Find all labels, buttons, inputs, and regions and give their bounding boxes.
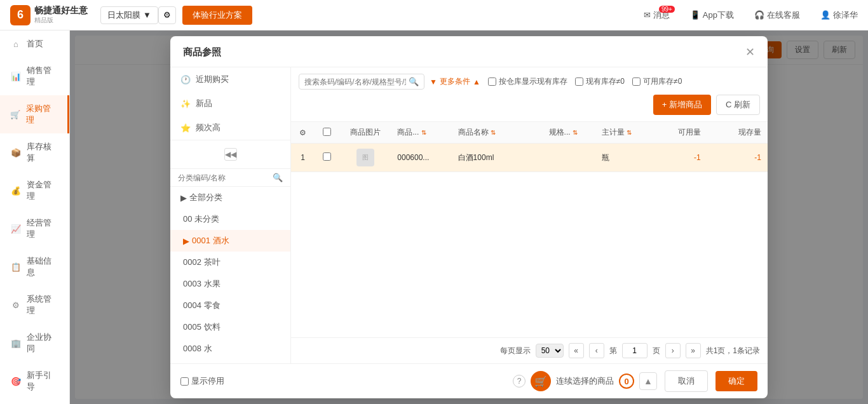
filter-label: 更多条件 <box>440 76 470 87</box>
col-code-label: 商品... <box>397 128 419 137</box>
col-header-unit[interactable]: 主计量 ⇅ <box>595 122 646 144</box>
tab-frequent[interactable]: ⭐ 频次高 <box>170 116 290 140</box>
app-download-btn[interactable]: 📱 App下载 <box>690 10 734 21</box>
expand-all-icon: ▶ <box>180 193 187 203</box>
home-icon: ⌂ <box>10 38 22 50</box>
col-header-check[interactable] <box>315 122 339 144</box>
refresh-btn[interactable]: C 刷新 <box>716 95 760 115</box>
message-badge: 99+ <box>659 6 675 13</box>
category-all[interactable]: ▶ 全部分类 <box>170 187 290 208</box>
sidebar-item-inventory[interactable]: 📦 库存核算 <box>0 133 69 172</box>
checkbox-warehouse-stock[interactable]: 按仓库显示现有库存 <box>488 76 567 87</box>
add-product-btn[interactable]: + 新增商品 <box>653 95 711 115</box>
category-item-0002[interactable]: 0002 茶叶 <box>170 252 290 273</box>
collapse-button[interactable]: ◀◀ <box>224 148 237 161</box>
col-header-stock: 现存量 <box>707 122 768 144</box>
modal-close-button[interactable]: ✕ <box>745 45 755 59</box>
next-page-btn[interactable]: › <box>665 343 681 358</box>
product-table: ⚙ 商品图片 商品... ⇅ 商品名称 ⇅ <box>291 122 768 172</box>
sidebar-item-purchase[interactable]: 🛒 采购管理 <box>0 95 69 133</box>
logo-area: 6 畅捷通好生意 精品版 <box>10 5 88 25</box>
search-icon[interactable]: 🔍 <box>409 77 419 86</box>
app-download-label: App下载 <box>703 10 734 21</box>
first-page-btn[interactable]: « <box>569 343 584 358</box>
category-0005-label: 0005 饮料 <box>183 321 220 333</box>
category-search-input[interactable] <box>178 173 270 182</box>
category-0003-label: 0003 水果 <box>183 278 220 290</box>
col-header-name[interactable]: 商品名称 ⇅ <box>452 122 543 144</box>
checkbox-current-stock-input[interactable] <box>575 77 583 86</box>
category-0008-label: 0008 水 <box>183 343 212 354</box>
sidebar-item-enterprise[interactable]: 🏢 企业协同 <box>0 324 69 362</box>
sort-unit-icon: ⇅ <box>627 129 632 136</box>
col-header-code[interactable]: 商品... ⇅ <box>391 122 451 144</box>
guide-icon: 🎯 <box>10 375 22 387</box>
settings-icon[interactable]: ⚙ <box>158 6 176 24</box>
checkbox-available-stock[interactable]: 可用库存≠0 <box>632 76 682 87</box>
message-btn[interactable]: ✉ 消息 99+ <box>644 10 670 21</box>
checkbox-warehouse-stock-input[interactable] <box>488 77 496 86</box>
modal-toolbar: 🔍 ▼ 更多条件 ▲ 按仓库显示现有库存 <box>291 67 768 122</box>
sidebar-item-system[interactable]: ⚙ 系统管理 <box>0 286 69 324</box>
sidebar: ⌂ 首页 📊 销售管理 🛒 采购管理 📦 库存核算 💰 资金管理 📈 经营管理 … <box>0 30 70 404</box>
category-item-0003[interactable]: 0003 水果 <box>170 273 290 295</box>
cart-icon[interactable]: 🛒 <box>531 371 551 391</box>
row-checkbox[interactable] <box>323 152 331 161</box>
footer-collapse-btn[interactable]: ▲ <box>639 372 657 390</box>
show-disabled-checkbox[interactable]: 显示停用 <box>180 375 224 387</box>
col-name-label: 商品名称 <box>458 128 489 137</box>
filter-checkboxes: 按仓库显示现有库存 现有库存≠0 可用库存≠0 <box>488 76 682 87</box>
confirm-button[interactable]: 确定 <box>715 371 757 391</box>
sidebar-item-inventory-label: 库存核算 <box>27 141 59 164</box>
sidebar-item-finance[interactable]: 💰 资金管理 <box>0 172 69 210</box>
category-item-00[interactable]: 00 未分类 <box>170 208 290 230</box>
sidebar-item-enterprise-label: 企业协同 <box>27 332 59 354</box>
product-reference-modal: 商品参照 ✕ 🕐 近期购买 ✨ 新品 <box>170 36 768 398</box>
cart-text: 连续选择的商品 <box>556 375 614 387</box>
last-page-btn[interactable]: » <box>686 343 701 358</box>
page-number-input[interactable] <box>622 343 648 358</box>
nav-selector[interactable]: 日太阳膜 ▼ <box>100 6 158 24</box>
checkbox-available-stock-label: 可用库存≠0 <box>643 76 682 87</box>
select-all-checkbox[interactable] <box>323 128 331 136</box>
category-item-0004[interactable]: 0004 零食 <box>170 295 290 316</box>
sidebar-item-base[interactable]: 📋 基础信息 <box>0 248 69 286</box>
sidebar-item-guide[interactable]: 🎯 新手引导 <box>0 362 69 400</box>
sidebar-item-guide-label: 新手引导 <box>27 370 59 393</box>
category-item-0005[interactable]: 0005 饮料 <box>170 316 290 338</box>
logo-text-wrap: 畅捷通好生意 精品版 <box>34 5 88 25</box>
page-size-select[interactable]: 50 <box>536 344 564 358</box>
category-item-0008[interactable]: 0008 水 <box>170 338 290 360</box>
col-header-settings[interactable]: ⚙ <box>291 122 315 144</box>
row-check[interactable] <box>315 144 339 172</box>
category-0004-label: 0004 零食 <box>183 300 220 311</box>
category-search: 🔍 <box>170 169 290 187</box>
col-header-spec[interactable]: 规格... ⇅ <box>543 122 595 144</box>
show-disabled-input[interactable] <box>180 377 189 386</box>
tab-recent[interactable]: 🕐 近期购买 <box>170 67 290 91</box>
tab-new[interactable]: ✨ 新品 <box>170 91 290 116</box>
modal-left-panel: 🕐 近期购买 ✨ 新品 ⭐ 频次高 ◀◀ <box>170 67 291 363</box>
trial-btn[interactable]: 体验行业方案 <box>182 6 252 25</box>
enterprise-icon: 🏢 <box>10 337 22 349</box>
sidebar-item-home[interactable]: ⌂ 首页 <box>0 30 69 57</box>
checkbox-current-stock[interactable]: 现有库存≠0 <box>575 76 625 87</box>
sidebar-item-business[interactable]: 📈 经营管理 <box>0 210 69 248</box>
category-search-icon[interactable]: 🔍 <box>273 173 283 182</box>
category-item-0001[interactable]: ▶ 0001 酒水 <box>170 230 290 252</box>
checkbox-available-stock-input[interactable] <box>632 77 641 86</box>
table-row[interactable]: 1 图 000600... 白酒100ml 瓶 -1 <box>291 144 768 172</box>
prev-page-btn[interactable]: ‹ <box>589 343 604 358</box>
sidebar-item-app-center[interactable]: 📱 应用中心 <box>0 400 69 404</box>
category-all-label: 全部分类 <box>189 192 222 203</box>
show-disabled-label: 显示停用 <box>191 375 224 387</box>
more-filter-btn[interactable]: ▼ 更多条件 ▲ <box>430 76 480 87</box>
user-btn[interactable]: 👤 徐泽华 <box>820 10 858 21</box>
help-icon[interactable]: ? <box>513 375 526 387</box>
cancel-button[interactable]: 取消 <box>665 370 708 392</box>
sidebar-item-base-label: 基础信息 <box>27 255 59 278</box>
modal-overlay: 商品参照 ✕ 🕐 近期购买 ✨ 新品 <box>70 30 868 404</box>
online-service-btn[interactable]: 🎧 在线客服 <box>754 10 800 21</box>
product-search-input[interactable] <box>304 77 406 86</box>
sidebar-item-sales[interactable]: 📊 销售管理 <box>0 57 69 95</box>
